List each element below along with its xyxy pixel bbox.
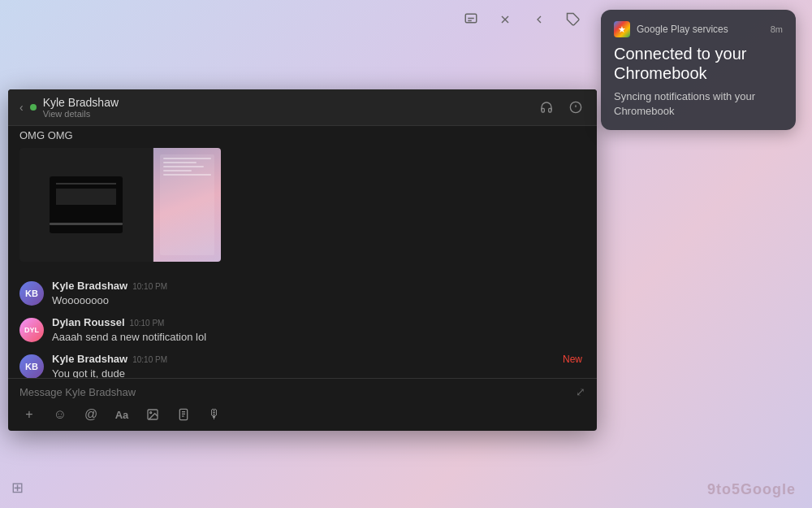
message-content: Kyle Bradshaw 10:10 PM Woooooooo [52,280,585,308]
input-toolbar: + ☺ @ Aa 🎙 [19,405,585,424]
image-button[interactable] [143,405,162,424]
message-meta: Kyle Bradshaw 10:10 PM [52,280,585,292]
image-preview [19,148,221,262]
view-details-link[interactable]: View details [43,109,119,119]
overlay-line-5 [163,174,211,176]
message-meta: Dylan Roussel 10:10 PM [52,316,585,328]
message-text: Aaaah send a new notification lol [52,330,585,345]
overlay-line-2 [163,162,197,163]
message-time: 10:10 PM [130,319,165,328]
mention-button[interactable]: @ [81,405,101,424]
back-icon[interactable] [528,8,551,31]
collapse-icon[interactable]: ‹ [19,101,24,114]
notif-header: Google Play services 8m [614,21,783,37]
window-header: ‹ Kyle Bradshaw View details [8,89,597,126]
message-content: Dylan Roussel 10:10 PM Aaaah send a new … [52,316,585,345]
avatar: DYL [19,318,44,342]
notif-time: 8m [771,24,783,34]
overlay-line-3 [163,166,204,167]
messages-area: KB Kyle Bradshaw 10:10 PM Woooooooo DYL … [8,271,597,378]
notif-body: Syncing notifications with your Chromebo… [614,89,783,119]
table-row: KB Kyle Bradshaw 10:10 PM New You got it… [19,353,585,378]
emoji-button[interactable]: ☺ [50,405,70,424]
attachment-button[interactable] [174,405,193,424]
apps-grid-icon[interactable]: ⊞ [11,479,24,497]
image-left [19,148,153,262]
audio-button[interactable]: 🎙 [205,405,224,424]
info-icon[interactable] [566,98,585,117]
expand-icon[interactable]: ⤢ [576,385,585,398]
sender-name: Kyle Bradshaw [52,353,127,365]
image-left-inner [50,176,123,233]
table-row: DYL Dylan Roussel 10:10 PM Aaaah send a … [19,316,585,345]
watermark: 9to5Google [707,481,796,498]
headphone-icon[interactable] [537,98,556,117]
tag-icon[interactable] [562,8,585,31]
notification-card: Google Play services 8m Connected to you… [601,10,796,130]
text-format-button[interactable]: Aa [112,405,132,424]
play-services-icon [614,21,630,37]
omg-text: OMG OMG [8,126,597,148]
header-actions [537,98,585,117]
message-input-row: ⤢ [19,385,585,398]
sender-name: Kyle Bradshaw [52,280,127,292]
close-icon[interactable] [494,8,516,31]
avatar: KB [19,354,44,378]
header-left: ‹ Kyle Bradshaw View details [19,96,119,119]
notif-title: Connected to your Chromebook [614,44,783,83]
overlay-line-4 [163,170,192,172]
message-icon[interactable] [460,8,482,31]
message-time: 10:10 PM [132,355,167,364]
image-right [153,148,221,262]
add-button[interactable]: + [19,405,39,424]
top-toolbar [460,8,585,31]
message-meta: Kyle Bradshaw 10:10 PM New [52,353,585,365]
sender-name: Dylan Roussel [52,316,125,328]
message-text: You got it, dude [52,367,585,378]
table-row: KB Kyle Bradshaw 10:10 PM Woooooooo [19,280,585,308]
overlay-line-1 [163,158,211,159]
message-content: Kyle Bradshaw 10:10 PM New You got it, d… [52,353,585,378]
new-badge: New [563,354,585,365]
message-input[interactable] [19,386,576,398]
image-right-overlay [160,154,214,255]
online-status-dot [30,104,37,111]
input-area: ⤢ + ☺ @ Aa 🎙 [8,378,597,431]
svg-point-8 [150,412,152,414]
message-time: 10:10 PM [132,282,167,291]
messenger-window: ‹ Kyle Bradshaw View details [8,89,597,431]
notif-app-name: Google Play services [637,24,728,35]
contact-info: Kyle Bradshaw View details [43,96,119,119]
avatar: KB [19,281,44,306]
contact-name: Kyle Bradshaw [43,96,119,109]
message-text: Woooooooo [52,293,585,308]
